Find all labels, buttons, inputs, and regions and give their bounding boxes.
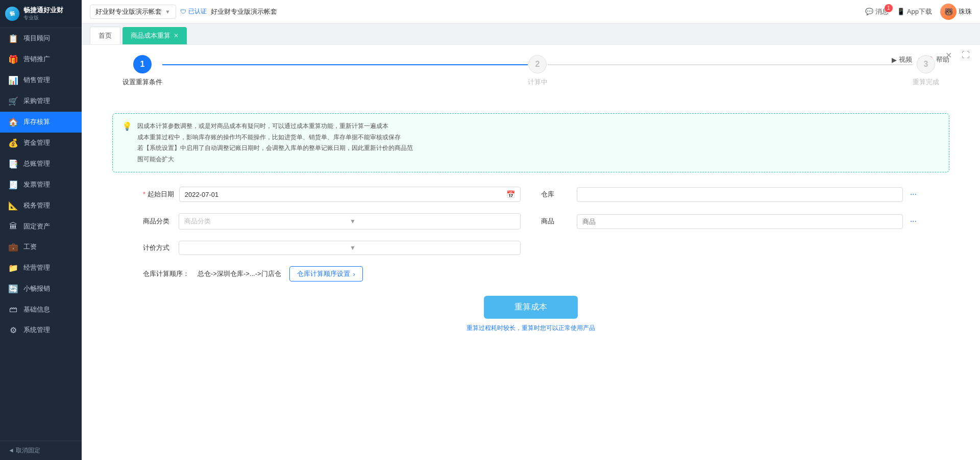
recalc-button[interactable]: 重算成本: [484, 296, 578, 319]
sidebar-item-label: 营销推广: [23, 55, 50, 64]
message-button[interactable]: 💬 消息 1: [865, 7, 889, 16]
step-1-circle: 1: [133, 55, 152, 73]
sidebar-item-label: 总账管理: [23, 159, 50, 168]
sidebar-header: 畅 畅捷通好业财 专业版: [0, 0, 82, 28]
chevron-down-icon: ▼: [350, 244, 515, 251]
topbar: 好业财专业版演示帐套 ▼ 🛡 已认证 好业财专业版演示帐套 💬 消息 1 📱 A…: [82, 0, 980, 23]
step-3-circle: 3: [917, 55, 935, 73]
recalc-section: 重算成本 重算过程耗时较长，重算时您可以正常使用产品: [143, 296, 919, 333]
category-select[interactable]: 商品分类 ▼: [179, 213, 521, 229]
video-help-button[interactable]: ▶ 视频: [892, 55, 912, 64]
warehouse-select-button[interactable]: ···: [908, 190, 919, 199]
tax-icon: 📐: [8, 201, 18, 211]
sidebar-item-tax[interactable]: 📐 税务管理: [0, 195, 82, 216]
notification-badge: 1: [885, 4, 893, 12]
step-1: 1 设置重算条件: [122, 55, 162, 87]
tab-recalc-label: 商品成本重算: [131, 31, 170, 40]
sidebar-item-expense[interactable]: 🔄 小畅报销: [0, 278, 82, 299]
sidebar-item-sales[interactable]: 📊 销售管理: [0, 70, 82, 91]
form-section: * 起始日期 📅 仓库 ···: [82, 187, 980, 333]
sidebar-item-label: 小畅报销: [23, 284, 50, 293]
sidebar-item-label: 项目顾问: [23, 34, 50, 43]
warehouse-order-label: 仓库计算顺序：: [143, 269, 189, 278]
app-subtitle: 专业版: [23, 14, 63, 21]
goods-group: 商品 ···: [541, 214, 919, 229]
calendar-icon[interactable]: 📅: [501, 187, 520, 201]
step-line-2: [548, 64, 913, 65]
form-row-3: 计价方式 ▼: [143, 241, 919, 255]
account-selector-text: 好业财专业版演示帐套: [95, 7, 162, 16]
sidebar-item-basic[interactable]: 🗃 基础信息: [0, 299, 82, 320]
tab-close-icon[interactable]: ✕: [174, 32, 179, 39]
step-3: 3 重算完成: [913, 55, 939, 87]
app-title-group: 畅捷通好业财 专业版: [23, 6, 63, 21]
warehouse-label: 仓库: [541, 190, 572, 199]
sidebar-item-label: 固定资产: [23, 222, 50, 231]
system-icon: ⚙: [8, 325, 18, 335]
goods-select-button[interactable]: ···: [908, 217, 919, 226]
sidebar-item-label: 经营管理: [23, 263, 50, 272]
warning-icon: 💡: [122, 121, 132, 131]
avatar: 🐻: [940, 4, 957, 20]
warehouse-order-settings-button[interactable]: 仓库计算顺序设置 ›: [289, 266, 363, 282]
sidebar-item-label: 系统管理: [23, 325, 50, 335]
warehouse-group: 仓库 ···: [541, 187, 919, 202]
sidebar-item-inventory[interactable]: 🏠 库存核算: [0, 112, 82, 133]
sidebar-item-label: 资金管理: [23, 138, 50, 147]
assets-icon: 🏛: [8, 222, 18, 231]
topbar-right: 💬 消息 1 📱 App下载 🐻 珠珠: [865, 4, 972, 20]
content-area: ✕ ⛶ ▶ 视频 | ❓ 帮助 1 设置重算条件: [82, 45, 980, 460]
sidebar-item-salary[interactable]: 💼 工资: [0, 237, 82, 258]
sidebar-item-invoice[interactable]: 🧾 发票管理: [0, 174, 82, 195]
salary-icon: 💼: [8, 242, 18, 252]
app-download-label: App下载: [907, 7, 932, 16]
start-date-input[interactable]: [180, 188, 501, 201]
chevron-down-icon: ▼: [165, 9, 170, 15]
sidebar-item-label: 工资: [23, 242, 37, 251]
sidebar-item-operations[interactable]: 📁 经营管理: [0, 258, 82, 278]
recalc-hint: 重算过程耗时较长，重算时您可以正常使用产品: [467, 324, 595, 333]
step-2-label: 计算中: [528, 78, 548, 87]
sidebar-item-marketing[interactable]: 🎁 营销推广: [0, 49, 82, 70]
expense-icon: 🔄: [8, 284, 18, 294]
goods-input[interactable]: [577, 215, 902, 228]
sidebar-item-assets[interactable]: 🏛 固定资产: [0, 216, 82, 237]
warehouse-input[interactable]: [577, 188, 902, 201]
notice-text: 因成本计算参数调整，或是对商品成本有疑问时，可以通过成本重算功能，重新计算一遍成…: [137, 121, 413, 165]
account-selector[interactable]: 好业财专业版演示帐套 ▼: [90, 5, 176, 19]
step-line-1: [162, 64, 528, 65]
sidebar-item-label: 发票管理: [23, 180, 50, 189]
sidebar-item-label: 采购管理: [23, 96, 50, 106]
sidebar-item-purchase[interactable]: 🛒 采购管理: [0, 91, 82, 112]
sidebar-item-finance[interactable]: 💰 资金管理: [0, 133, 82, 154]
step-2-circle: 2: [528, 55, 547, 73]
price-method-group: 计价方式 ▼: [143, 241, 521, 255]
start-date-group: * 起始日期 📅: [143, 187, 521, 202]
tab-recalc[interactable]: 商品成本重算 ✕: [122, 27, 187, 44]
warehouse-order-row: 仓库计算顺序： 总仓->深圳仓库->...->门店仓 仓库计算顺序设置 ›: [143, 266, 919, 282]
projects-icon: 📋: [8, 34, 18, 43]
sidebar-scroll: 📋 项目顾问 🎁 营销推广 📊 销售管理 🛒 采购管理 🏠 库存核算 💰 资金管…: [0, 28, 82, 441]
user-profile-button[interactable]: 🐻 珠珠: [940, 4, 972, 20]
sidebar-footer-label: ◄ 取消固定: [8, 446, 40, 455]
verified-label: 已认证: [188, 7, 207, 16]
form-row-2: 商品分类 商品分类 ▼ 商品 ···: [143, 213, 919, 229]
sidebar-item-ledger[interactable]: 📑 总账管理: [0, 154, 82, 174]
account-name: 好业财专业版演示帐套: [211, 7, 277, 16]
price-method-label: 计价方式: [143, 243, 174, 252]
sidebar-item-projects[interactable]: 📋 项目顾问: [0, 28, 82, 49]
phone-icon: 📱: [897, 8, 905, 15]
sidebar-item-system[interactable]: ⚙ 系统管理: [0, 320, 82, 341]
step-2: 2 计算中: [528, 55, 548, 87]
app-download-button[interactable]: 📱 App下载: [897, 7, 932, 16]
verified-badge: 🛡 已认证: [180, 7, 207, 16]
sidebar: 畅 畅捷通好业财 专业版 📋 项目顾问 🎁 营销推广 📊 销售管理 🛒 采购管理…: [0, 0, 82, 460]
sidebar-pin-toggle[interactable]: ◄ 取消固定: [0, 441, 82, 460]
warehouse-order-value: 总仓->深圳仓库->...->门店仓: [198, 269, 281, 278]
tab-home[interactable]: 首页: [90, 27, 120, 44]
main-area: 好业财专业版演示帐套 ▼ 🛡 已认证 好业财专业版演示帐套 💬 消息 1 📱 A…: [82, 0, 980, 460]
chevron-right-icon: ›: [353, 270, 355, 278]
sidebar-item-label: 销售管理: [23, 75, 50, 85]
recalc-btn-label: 重算成本: [514, 302, 547, 311]
price-method-select[interactable]: ▼: [179, 241, 521, 255]
